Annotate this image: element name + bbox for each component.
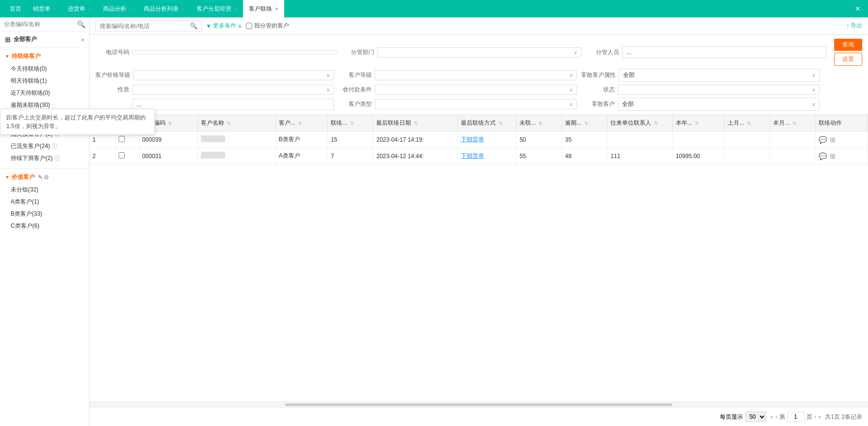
col-header-last-way[interactable]: 最后联络方式 ⇅ [458,115,517,132]
next-page-button[interactable]: › [814,413,816,420]
close-icon[interactable]: × [275,6,278,12]
col-header-year[interactable]: 本年... ⇅ [672,115,725,132]
horizontal-scroll-bar[interactable] [285,403,672,406]
chevron-down-icon: ∨ [812,87,815,92]
sidebar-item-class-a[interactable]: A类客户(1) [0,196,89,208]
sidebar-item-class-b[interactable]: B类客户(33) [0,208,89,220]
col-header-overdue[interactable]: 逾期... ⇅ [562,115,608,132]
last-page-button[interactable]: » [818,413,822,420]
nav-customer-contact[interactable]: 客户联络 × [243,0,284,17]
sidebar-value-group-header[interactable]: ▼ 价值客户 ✎ ⚙ [0,171,89,184]
col-header-prev-contact[interactable]: 往来单位联系人 ⇅ [608,115,672,132]
per-page-label: 每页显示 [720,413,743,421]
search-icon[interactable]: 🔍 [190,22,198,29]
sidebar-pending-contact-group: ▼ 待联络客户 今天待联络(0) 明天待联络(1) 近7天待联络(0) 逾期未联… [0,48,89,113]
table-row: 1 000039 B类客户 15 2023-04-17 14:19: 下销货单 [90,132,868,148]
filter-search-input[interactable] [100,23,190,29]
cell-check[interactable] [116,148,139,164]
col-header-last-month[interactable]: 上月... ⇅ [725,115,770,132]
phone-input[interactable] [132,50,336,55]
col-header-last-date[interactable]: 最后联络日期 ⇅ [373,115,458,132]
cell-last-way[interactable]: 下销货单 [458,148,517,164]
sidebar-item-ungrouped[interactable]: 未分组(32) [0,184,89,196]
last-way-link[interactable]: 下销货单 [461,152,484,159]
my-customer-checkbox[interactable] [246,23,252,29]
filter-more-conditions[interactable]: ▼ 更多条件 ∧ [206,22,242,30]
cell-prev-contact: 111 [608,148,672,164]
customer-level-select[interactable]: ∨ [375,70,577,80]
window-close-button[interactable]: × [851,4,864,14]
export-button[interactable]: ↑ 导出 [846,22,862,30]
close-icon[interactable]: × [88,6,91,12]
status-select[interactable]: ∨ [618,85,820,95]
nav-home[interactable]: 首页 [4,0,27,17]
chat-icon[interactable]: 💬 [819,152,827,160]
sidebar-search-input[interactable] [4,21,77,28]
col-header-this-month[interactable]: 本月... ⇅ [770,115,816,132]
first-page-button[interactable]: « [770,413,774,420]
table-area: 序 客户编码 ⇅ 客户名称 ⇅ 客户... ⇅ [90,115,868,401]
customer-type-select[interactable]: ∨ [375,99,577,109]
price-level-select[interactable]: ∨ [133,70,334,80]
grid-action-icon[interactable]: ⊞ [830,152,836,160]
retail-customer-select[interactable]: 全部 ∨ [618,98,820,111]
filter-icon: ▼ [206,23,212,29]
nav-product-analysis[interactable]: 商品分析 × [97,0,138,17]
info-icon[interactable]: ⓘ [55,155,60,162]
filter-my-customer[interactable]: 我分管的客户 [246,22,289,30]
sidebar-item-tomorrow-contact[interactable]: 明天待联络(1) [0,75,89,87]
settings-icon[interactable]: ⚙ [44,174,49,181]
per-page-select[interactable]: 50 [745,411,766,422]
nav-product-analysis-list[interactable]: 商品分析列表 × [138,0,190,17]
grid-action-icon[interactable]: ⊞ [830,136,836,144]
sidebar-item-churned[interactable]: 已流失客户(24) ⓘ [0,140,89,152]
collapse-icon[interactable]: » [81,36,84,43]
nature-select[interactable]: ∨ [132,85,334,95]
cell-no: 2 [90,148,116,164]
customer-table: 序 客户编码 ⇅ 客户名称 ⇅ 客户... ⇅ [90,115,868,164]
sidebar-item-declining[interactable]: 持续下滑客户(2) ⓘ [0,152,89,164]
set-button[interactable]: 设置 [834,53,862,66]
query-button[interactable]: 查询 [834,39,862,51]
filter-field-customer-level: 客户等级 ∨ [338,70,577,80]
page-size-selector: 每页显示 50 [720,411,766,422]
nav-sales-order[interactable]: 销货单 × [27,0,62,17]
sidebar-group-pending-contact[interactable]: ▼ 待联络客户 [0,50,89,63]
col-header-type[interactable]: 客户... ⇅ [275,115,328,132]
close-icon[interactable]: × [53,6,56,12]
dept-select[interactable]: ∨ [377,47,581,58]
cell-last-way[interactable]: 下销货单 [458,132,517,148]
col-header-name[interactable]: 客户名称 ⇅ [198,115,275,132]
horizontal-scroll-area[interactable] [90,401,868,407]
nav-customer-tier[interactable]: 客户分层经营 × [191,0,243,17]
payment-select[interactable]: ∨ [375,85,577,95]
sort-icon: ⇅ [584,120,588,126]
misc-input[interactable]: ... [132,99,334,110]
sidebar-item-class-c[interactable]: C类客户(6) [0,220,89,232]
chevron-down-icon: ∨ [812,102,815,107]
sidebar-all-customers[interactable]: ⊞ 全部客户 » [0,31,89,48]
person-input[interactable]: ... [622,46,826,58]
nav-purchase-order[interactable]: 进货单 × [62,0,97,17]
cell-this-month [770,148,816,164]
cell-overdue: 35 [562,132,608,148]
info-icon[interactable]: ⓘ [52,143,57,150]
sidebar-item-today-contact[interactable]: 今天待联络(0) [0,63,89,75]
edit-icon[interactable]: ✎ [38,174,43,181]
nature-label: 性质 [95,86,129,94]
prev-page-button[interactable]: ‹ [776,413,777,420]
page-label: 第 [779,413,785,421]
col-header-uncontact[interactable]: 未联... ⇅ [517,115,562,132]
close-icon[interactable]: × [234,6,237,12]
col-header-contact[interactable]: 联络... ⇅ [328,115,373,132]
row-checkbox[interactable] [119,152,125,159]
search-icon[interactable]: 🔍 [77,20,85,28]
chat-icon[interactable]: 💬 [819,136,827,144]
page-input[interactable] [787,412,805,422]
close-icon[interactable]: × [182,6,184,12]
row-checkbox[interactable] [119,136,125,142]
retail-attr-select[interactable]: 全部 ∨ [619,69,820,82]
close-icon[interactable]: × [129,6,132,12]
last-way-link[interactable]: 下销货单 [461,136,484,143]
sidebar-item-7days-contact[interactable]: 近7天待联络(0) [0,87,89,99]
